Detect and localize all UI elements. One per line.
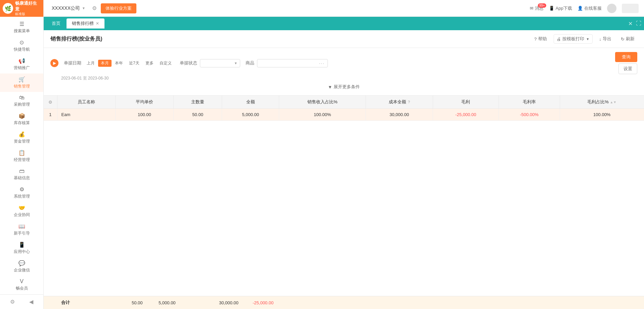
topbar-settings-icon[interactable]: ⚙: [92, 5, 97, 11]
date-filter-group: 单据日期 上月 本月 本年 近7天 更多 自定义: [64, 60, 174, 67]
tab-home-label: 首页: [52, 20, 60, 27]
sidebar-icon: ⊙: [19, 39, 24, 46]
profit-pct-sort-icon[interactable]: ▲▼: [610, 100, 616, 104]
sidebar-item-label: 基础信息: [14, 175, 30, 181]
sidebar-item-应用中心[interactable]: 📱 应用中心: [0, 239, 43, 257]
sidebar-item-销售管理[interactable]: 🛒 销售管理: [0, 73, 43, 92]
sidebar-icon: 🛍: [19, 95, 25, 101]
tab-home[interactable]: 首页: [46, 18, 66, 29]
user-avatar2: [622, 4, 639, 13]
message-item[interactable]: ✉ 消息 99+: [530, 5, 544, 11]
goods-more-icon[interactable]: ···: [319, 61, 325, 66]
sidebar-item-label: 库存核算: [14, 120, 30, 126]
settings-button[interactable]: 设置: [618, 63, 637, 74]
col-settings-icon[interactable]: ⚙: [48, 100, 52, 105]
expand-row: ▼ 展开更多条件: [50, 81, 637, 91]
app-download-icon: 📱: [549, 6, 554, 11]
user-avatar[interactable]: [607, 4, 616, 13]
col-profit-pct-header: 毛利占比% ▲▼: [560, 96, 644, 109]
sidebar-collapse-icon[interactable]: ◀: [28, 297, 35, 306]
sidebar-item-label: 资金管理: [14, 139, 30, 144]
sidebar-item-资金管理[interactable]: 💰 资金管理: [0, 128, 43, 147]
export-icon: ↓: [599, 37, 602, 42]
topbar-right: ✉ 消息 99+ 📱 App下载 👤 在线客服: [530, 4, 639, 13]
company-name: XXXXXX公司: [52, 5, 80, 11]
col-cost-header: 成本全额 ?: [366, 96, 433, 109]
cell-profit-rate: -500.00%: [499, 109, 560, 121]
company-selector[interactable]: XXXXXX公司 ▼: [49, 4, 88, 13]
tab-close-icon[interactable]: ✕: [96, 21, 99, 26]
sidebar-item-库存核算[interactable]: 📦 库存核算: [0, 110, 43, 128]
page-title: 销售排行榜(按业务员): [50, 36, 102, 43]
print-icon: 🖨: [557, 37, 561, 42]
sidebar-item-采购管理[interactable]: 🛍 采购管理: [0, 92, 43, 110]
status-filter-label: 单据状态: [180, 60, 197, 66]
date-tab-prev-month[interactable]: 上月: [84, 60, 97, 67]
experience-button[interactable]: 体验行业方案: [101, 3, 136, 13]
filter-area: ▶ 单据日期 上月 本月 本年 近7天 更多 自定义 单据状态: [44, 48, 644, 96]
cell-profit: -25,000.00: [433, 109, 499, 121]
col-avg-price-header: 平均单价: [115, 96, 173, 109]
company-dropdown-icon: ▼: [82, 6, 85, 10]
print-button[interactable]: 🖨 按模板打印 ▼: [554, 34, 593, 44]
sidebar-item-label: 企业协同: [14, 212, 30, 218]
refresh-button[interactable]: ↻ 刷新: [618, 35, 637, 43]
sidebar-item-label: 企业微信: [14, 267, 30, 273]
date-tab-current-year[interactable]: 本年: [112, 60, 126, 67]
sidebar-item-企业微信[interactable]: 💬 企业微信: [0, 257, 43, 276]
date-tab-current-month[interactable]: 本月: [98, 60, 112, 67]
sidebar-icon: 📋: [18, 150, 25, 156]
sidebar-item-经营管理[interactable]: 📋 经营管理: [0, 147, 43, 165]
date-tab-custom[interactable]: 自定义: [157, 60, 174, 67]
sidebar-icon: 💬: [18, 260, 25, 266]
table-footer: 合计 50.00 5,000.00 30,000.00 -25,000.00: [44, 296, 644, 309]
tabbar-expand-icon[interactable]: ⛶: [636, 20, 641, 27]
query-button[interactable]: 查询: [615, 52, 637, 62]
edition-label: 标准版: [15, 12, 41, 16]
print-label: 按模板打印: [562, 36, 584, 42]
sidebar-logo: 🌿 畅康通好生意 标准版: [0, 0, 43, 17]
tab-sales-ranking[interactable]: 销售排行榜 ✕: [67, 18, 104, 29]
table-row: 1 Eam 100.00 50.00 5,000.00 100.00% 30,0…: [44, 109, 644, 121]
goods-search-input[interactable]: [260, 61, 316, 66]
sidebar-icon: 🤝: [18, 205, 25, 211]
sidebar-item-搜索菜单[interactable]: ☰ 搜索菜单: [0, 18, 43, 37]
tabbar-close-icon[interactable]: ✕: [628, 20, 633, 27]
cell-profit-pct: 100.00%: [560, 109, 644, 121]
filter-collapse-button[interactable]: ▶: [50, 59, 58, 67]
online-service-item[interactable]: 👤 在线客服: [577, 5, 602, 11]
cost-help-icon[interactable]: ?: [408, 100, 410, 104]
date-tab-more[interactable]: 更多: [143, 60, 156, 67]
sidebar-item-畅会员[interactable]: V 畅会员: [0, 276, 43, 294]
sidebar: 🌿 畅康通好生意 标准版 ☰ 搜索菜单 ⊙ 快捷导航 📢 营销推广 🛒 销售管理…: [0, 0, 44, 309]
brand-name: 畅康通好生意: [15, 1, 41, 12]
footer-total-label: 合计: [61, 300, 101, 306]
date-tab-7days[interactable]: 近7天: [126, 60, 142, 67]
sidebar-item-快捷导航[interactable]: ⊙ 快捷导航: [0, 37, 43, 55]
goods-input-wrapper: ···: [257, 59, 328, 67]
footer-qty: 50.00: [132, 300, 159, 305]
sidebar-item-企业协同[interactable]: 🤝 企业协同: [0, 202, 43, 220]
expand-more-button[interactable]: ▼ 展开更多条件: [328, 84, 360, 90]
sidebar-icon: 💰: [18, 131, 25, 138]
sidebar-icon: 📦: [18, 113, 25, 119]
status-select[interactable]: [200, 59, 240, 67]
tab-sales-ranking-label: 销售排行榜: [72, 20, 94, 27]
date-tabs: 上月 本月 本年 近7天 更多 自定义: [84, 60, 174, 67]
cell-name: Eam: [57, 109, 115, 121]
sidebar-item-系统管理[interactable]: ⚙ 系统管理: [0, 184, 43, 202]
tabbar: 首页 销售排行榜 ✕ ✕ ⛶: [44, 17, 644, 30]
sidebar-settings-icon[interactable]: ⚙: [9, 297, 16, 306]
col-profit-header: 毛利: [433, 96, 499, 109]
sidebar-item-营销推广[interactable]: 📢 营销推广: [0, 55, 43, 73]
refresh-icon: ↻: [621, 37, 625, 42]
help-button[interactable]: ? 帮助: [531, 35, 549, 43]
table-body: 1 Eam 100.00 50.00 5,000.00 100.00% 30,0…: [44, 109, 644, 121]
sidebar-item-新手引导[interactable]: 📖 新手引导: [0, 220, 43, 239]
export-button[interactable]: ↓ 导出: [597, 35, 614, 43]
app-download-item[interactable]: 📱 App下载: [549, 5, 572, 11]
sidebar-item-label: 销售管理: [14, 84, 30, 89]
page-content: 销售排行榜(按业务员) ? 帮助 🖨 按模板打印 ▼ ↓ 导出 ↻ 刷新: [44, 30, 644, 309]
refresh-label: 刷新: [626, 36, 635, 42]
sidebar-item-基础信息[interactable]: 🗃 基础信息: [0, 165, 43, 184]
